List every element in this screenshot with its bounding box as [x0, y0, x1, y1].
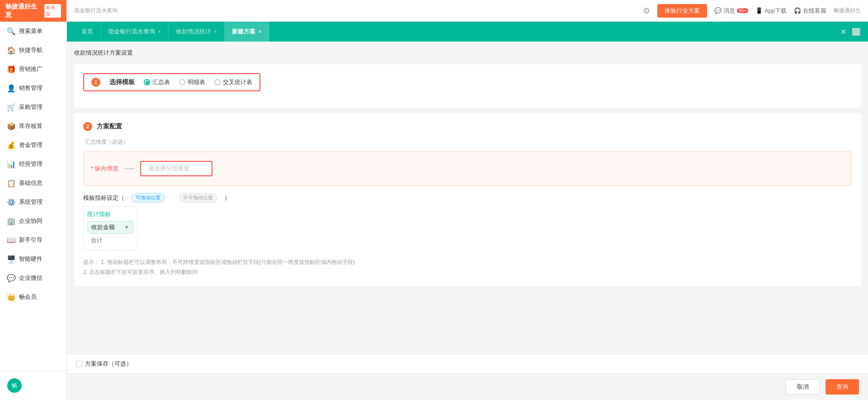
- message-badge: 99+: [737, 8, 748, 13]
- tab-new-plan[interactable]: 新建方案×: [225, 22, 269, 42]
- topbar-right: 💬 消息 99+ 📱 App下载 🎧 在线客服 畅捷通好生: [714, 7, 861, 15]
- sidebar-item-system[interactable]: ⚙️系统管理: [0, 193, 66, 212]
- sidebar-item-quick-nav[interactable]: 🏠快捷导航: [0, 41, 66, 60]
- radio-detail[interactable]: 明细表: [179, 78, 205, 86]
- tab-label-collection-stat: 收款情况统计: [176, 28, 211, 36]
- metrics-config-label: 模板指标设定（: [83, 194, 124, 202]
- template-selection-box: 1 选择模板 汇总表 明细表 交叉统计表: [83, 73, 260, 91]
- sidebar-icon-guide: 📖: [7, 236, 15, 244]
- metrics-config-suffix: ）: [224, 194, 230, 202]
- breadcrumb: 现金银行流水查询: [74, 7, 636, 14]
- tab-cash-bank[interactable]: 现金银行流水查询×: [101, 22, 169, 42]
- sidebar-item-inventory[interactable]: 📦库存核算: [0, 117, 66, 136]
- sidebar-logo: 畅捷通好生意 标准版: [0, 0, 66, 22]
- online-service-label: 在线客服: [803, 7, 826, 15]
- sidebar-label-purchase: 采购管理: [19, 103, 42, 111]
- sidebar-bottom: 畅: [0, 371, 66, 400]
- sidebar-icon-wechat: 💬: [7, 274, 15, 282]
- sidebar-icon-corp: 🏢: [7, 217, 15, 225]
- sidebar-label-wechat: 企业微信: [19, 274, 42, 282]
- sidebar-avatar-area: 畅: [0, 375, 66, 396]
- sidebar-label-sales: 销售管理: [19, 84, 42, 92]
- tab-home[interactable]: 首页: [74, 22, 101, 42]
- page-title: 收款情况统计方案设置: [74, 49, 861, 57]
- sidebar-label-system: 系统管理: [19, 198, 42, 206]
- tab-label-cash-bank: 现金银行流水查询: [108, 28, 155, 36]
- step1-section: 1 选择模板 汇总表 明细表 交叉统计表: [74, 64, 861, 108]
- radio-detail-label: 明细表: [188, 78, 205, 86]
- radio-cross[interactable]: 交叉统计表: [214, 78, 252, 86]
- sidebar-icon-quick-nav: 🏠: [7, 46, 15, 54]
- radio-cross-label: 交叉统计表: [223, 78, 252, 86]
- sidebar-label-smart-hw: 智能硬件: [19, 255, 42, 263]
- step1-num: 1: [91, 78, 100, 87]
- sidebar-item-purchase[interactable]: 🛒采购管理: [0, 98, 66, 117]
- sidebar-icon-member: 👑: [7, 293, 15, 301]
- sidebar: 畅捷通好生意 标准版 🔍搜索菜单🏠快捷导航🎁营销推广👤销售管理🛒采购管理📦库存核…: [0, 0, 67, 400]
- logo-badge: 标准版: [44, 4, 61, 18]
- tips-section: 提示： 1. 拖动标题栏可以调整布局，不可跨维度或指标区域拖动栏目字段(只能在同…: [83, 258, 852, 277]
- tab-close-collection-stat[interactable]: ×: [214, 28, 217, 35]
- sidebar-icon-search-menu: 🔍: [7, 27, 15, 35]
- sidebar-icon-inventory: 📦: [7, 122, 15, 130]
- tabbar: 首页现金银行流水查询×收款情况统计×新建方案× ✕ ⬜: [67, 22, 868, 42]
- trial-btn[interactable]: 体验行业方案: [657, 4, 707, 18]
- footer-actions: 取消 查询: [67, 373, 868, 400]
- radio-summary-circle: [144, 79, 150, 85]
- message-label: 消息: [723, 7, 735, 15]
- sidebar-item-search-menu[interactable]: 🔍搜索菜单: [0, 22, 66, 41]
- sidebar-label-finance: 资金管理: [19, 141, 42, 149]
- metrics-section: 模板指标设定（ 可拖动位置 不可拖动位置 ） 统计指标 收款金额 ▼ 合计: [83, 193, 852, 250]
- step2-header: 2 方案配置: [83, 122, 852, 131]
- sidebar-item-member[interactable]: 👑畅会员: [0, 287, 66, 306]
- sidebar-item-sales[interactable]: 👤销售管理: [0, 79, 66, 98]
- metrics-card-dropdown-icon[interactable]: ▼: [124, 224, 129, 231]
- sidebar-item-finance[interactable]: 💰资金管理: [0, 136, 66, 155]
- sidebar-item-corp[interactable]: 🏢企业协同: [0, 212, 66, 231]
- message-btn[interactable]: 💬 消息 99+: [714, 7, 748, 15]
- sidebar-label-corp: 企业协同: [19, 217, 42, 225]
- service-icon: 🎧: [794, 7, 801, 14]
- non-draggable-badge: 不可拖动位置: [179, 193, 217, 202]
- checkbox-box[interactable]: [76, 361, 82, 367]
- app-icon: 📱: [755, 7, 763, 14]
- save-checkbox[interactable]: 方案保存（可选）: [76, 360, 132, 368]
- sidebar-item-marketing[interactable]: 🎁营销推广: [0, 60, 66, 79]
- metrics-card-area: 统计指标 收款金额 ▼ 合计: [83, 206, 137, 250]
- dimension-section-label: 汇总维度（必选）: [83, 138, 852, 146]
- online-service-btn[interactable]: 🎧 在线客服: [794, 7, 826, 15]
- metrics-card[interactable]: 收款金额 ▼: [87, 221, 133, 234]
- sidebar-label-business: 经营管理: [19, 160, 42, 168]
- sidebar-item-business[interactable]: 📊经营管理: [0, 155, 66, 174]
- stats-label: 统计指标: [87, 210, 133, 218]
- gear-icon[interactable]: ⚙: [643, 6, 650, 16]
- sidebar-item-smart-hw[interactable]: 🖥️智能硬件: [0, 249, 66, 268]
- dimension-row: * 纵向维度 —— 请选择分组维度: [91, 161, 844, 176]
- sidebar-item-wechat[interactable]: 💬企业微信: [0, 268, 66, 287]
- tip-line2: 2. 点击标题栏下拉可设置排序、插入列和删除列: [83, 268, 852, 278]
- tab-label-home: 首页: [81, 28, 93, 36]
- username: 畅捷通好生: [834, 7, 861, 14]
- sidebar-label-guide: 新手引导: [19, 236, 42, 244]
- dimension-select[interactable]: 请选择分组维度: [140, 161, 212, 176]
- metrics-card-label: 收款金额: [91, 223, 115, 231]
- sidebar-icon-sales: 👤: [7, 84, 15, 92]
- sidebar-item-basic-info[interactable]: 📋基础信息: [0, 174, 66, 193]
- sidebar-label-inventory: 库存核算: [19, 122, 42, 130]
- tab-close-cash-bank[interactable]: ×: [158, 28, 161, 35]
- app-download-btn[interactable]: 📱 App下载: [755, 7, 787, 15]
- tab-label-new-plan: 新建方案: [232, 28, 255, 36]
- metrics-total: 合计: [87, 235, 133, 246]
- cancel-button[interactable]: 取消: [786, 379, 820, 395]
- app-download-label: App下载: [764, 7, 787, 15]
- radio-summary[interactable]: 汇总表: [144, 78, 170, 86]
- sidebar-icon-purchase: 🛒: [7, 103, 15, 111]
- maximize-icon[interactable]: ⬜: [852, 28, 861, 36]
- tab-close-new-plan[interactable]: ×: [258, 28, 261, 35]
- sidebar-item-guide[interactable]: 📖新手引导: [0, 231, 66, 249]
- query-button[interactable]: 查询: [826, 379, 859, 395]
- close-window-icon[interactable]: ✕: [840, 28, 846, 36]
- tab-collection-stat[interactable]: 收款情况统计×: [169, 22, 225, 42]
- template-radio-group: 汇总表 明细表 交叉统计表: [144, 78, 252, 86]
- avatar: 畅: [7, 378, 22, 393]
